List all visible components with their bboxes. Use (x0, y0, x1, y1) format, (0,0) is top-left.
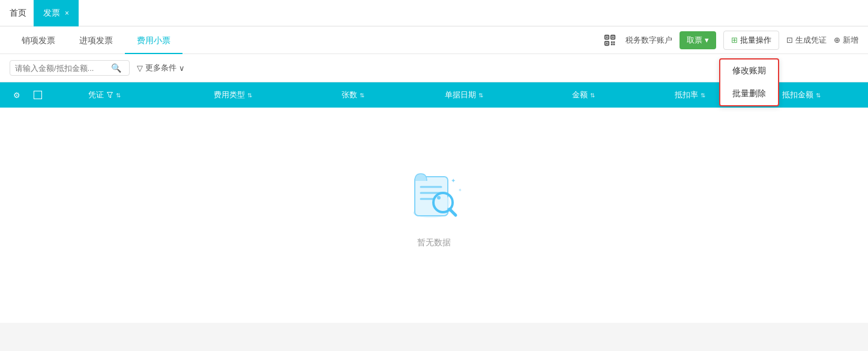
empty-state: ✦ ✦ 暂无数据 (0, 108, 868, 272)
top-nav: 首页 发票 × (0, 0, 868, 26)
gen-voucher-button[interactable]: ⊡ 生成凭证 (786, 35, 827, 46)
tab-sales[interactable]: 销项发票 (10, 26, 67, 54)
empty-illustration: ✦ ✦ (398, 156, 470, 228)
batch-ops-button[interactable]: ⊞ 批量操作 (723, 31, 779, 50)
svg-rect-7 (611, 41, 613, 43)
toolbar-right: 税务数字账户 取票 ▾ ⊞ 批量操作 修改账期 批量删除 ⊡ 生成凭证 ⊕ 新增 (601, 31, 858, 50)
qr-icon[interactable] (601, 32, 618, 49)
deduct-sort-icon[interactable]: ⇅ (816, 92, 821, 99)
take-ticket-dropdown-icon: ▾ (705, 35, 709, 44)
empty-text: 暂无数据 (417, 237, 451, 248)
svg-text:✦: ✦ (458, 188, 462, 193)
home-tab[interactable]: 首页 (10, 8, 34, 19)
th-amount: 金额 ⇅ (526, 90, 641, 100)
add-label: 新增 (843, 35, 858, 46)
take-ticket-button[interactable]: 取票 ▾ (680, 31, 716, 49)
filter-icon: ▽ (137, 64, 143, 73)
tab-expense[interactable]: 费用小票 (125, 26, 182, 54)
conditions-dropdown-icon: ∨ (179, 64, 185, 73)
batch-ops-label: 批量操作 (740, 35, 771, 46)
rate-sort-icon[interactable]: ⇅ (701, 92, 705, 99)
batch-dropdown-menu: 修改账期 批量删除 (719, 58, 779, 106)
amount-sort-icon[interactable]: ⇅ (590, 92, 595, 99)
voucher-filter-icon (106, 91, 113, 99)
search-wrapper: 🔍 (10, 60, 130, 76)
date-sort-icon[interactable]: ⇅ (478, 92, 483, 99)
dropdown-item-modify-period[interactable]: 修改账期 (720, 60, 778, 82)
th-count: 张数 ⇅ (304, 90, 402, 100)
settings-gear-icon: ⚙ (13, 91, 20, 100)
content-area: ⚙ 凭证 ⇅ 费用类型 ⇅ 张数 ⇅ 单据日期 ⇅ 金额 ⇅ 抵扣率 ⇅ (0, 82, 868, 323)
svg-rect-8 (613, 41, 615, 43)
tax-digital-btn[interactable]: 税务数字账户 (625, 35, 672, 46)
search-icon[interactable]: 🔍 (111, 63, 121, 73)
th-voucher: 凭证 ⇅ (47, 90, 162, 100)
select-all-checkbox[interactable] (34, 91, 42, 99)
gen-voucher-icon: ⊡ (786, 35, 793, 44)
take-ticket-label: 取票 (687, 35, 702, 46)
th-expense-type: 费用类型 ⇅ (162, 90, 304, 100)
th-checkbox[interactable] (29, 91, 47, 99)
svg-line-20 (450, 209, 456, 215)
th-settings[interactable]: ⚙ (5, 91, 29, 100)
sub-tabs-bar: 销项发票 进项发票 费用小票 税务数字账户 取票 ▾ (0, 26, 868, 54)
th-date: 单据日期 ⇅ (402, 90, 526, 100)
svg-text:✦: ✦ (451, 177, 456, 184)
more-conditions-btn[interactable]: ▽ 更多条件 ∨ (137, 63, 185, 73)
dropdown-item-batch-delete[interactable]: 批量删除 (720, 82, 778, 105)
svg-marker-11 (107, 93, 113, 98)
voucher-sort-icon[interactable]: ⇅ (116, 92, 121, 99)
svg-rect-3 (606, 36, 608, 38)
svg-point-21 (437, 196, 441, 200)
invoice-tab-label: 发票 (43, 8, 60, 19)
more-conditions-label: 更多条件 (145, 63, 176, 73)
add-icon: ⊕ (834, 35, 840, 44)
gen-voucher-label: 生成凭证 (795, 35, 827, 46)
svg-rect-10 (613, 43, 615, 45)
count-sort-icon[interactable]: ⇅ (360, 92, 364, 99)
svg-rect-9 (611, 43, 613, 45)
svg-rect-4 (612, 36, 614, 38)
add-button[interactable]: ⊕ 新增 (834, 35, 858, 46)
batch-ops-wrapper: ⊞ 批量操作 修改账期 批量删除 (723, 31, 779, 50)
tab-purchase[interactable]: 进项发票 (67, 26, 125, 54)
expense-sort-icon[interactable]: ⇅ (247, 92, 252, 99)
svg-rect-5 (606, 42, 608, 44)
close-icon[interactable]: × (65, 9, 69, 17)
search-input[interactable] (15, 64, 111, 73)
batch-ops-icon: ⊞ (731, 35, 738, 44)
invoice-tab[interactable]: 发票 × (34, 0, 79, 26)
